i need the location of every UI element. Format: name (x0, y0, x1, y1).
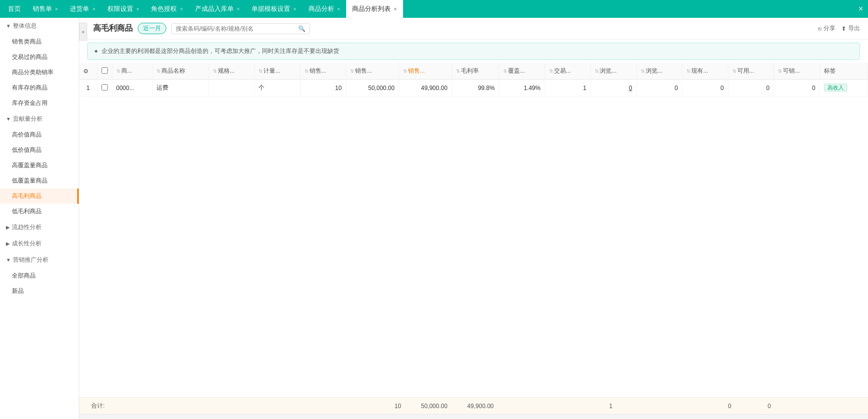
row-checkbox[interactable] (102, 84, 108, 91)
close-template-settings-tab[interactable]: × (293, 6, 296, 12)
col-trade[interactable]: ⇅交易... (545, 63, 591, 80)
col-browse1[interactable]: ⇅浏览... (591, 63, 637, 80)
sidebar: ▼ 整体信息 销售类商品 交易过的商品 商品分类助销率 有库存的商品 库存资金占… (0, 18, 79, 419)
filter-recent-month-button[interactable]: 近一月 (138, 23, 166, 34)
nav-sales[interactable]: 销售单 × (27, 0, 64, 18)
cell-code[interactable]: 0000... (112, 80, 152, 96)
close-permission-tab[interactable]: × (136, 6, 139, 12)
data-table: ⚙ ⇅商... ⇅商品名称 ⇅规格... (79, 63, 868, 96)
sidebar-group-overall[interactable]: ▼ 整体信息 (0, 18, 79, 34)
cell-available: 0 (728, 80, 774, 96)
col-name[interactable]: ⇅商品名称 (152, 63, 208, 80)
search-icon[interactable]: 🔍 (298, 25, 306, 32)
nav-product-instock[interactable]: 产成品入库单 × (189, 0, 246, 18)
share-icon: ⎋ (818, 25, 821, 32)
sidebar-item-high-margin[interactable]: 高毛利商品 (0, 188, 79, 204)
close-sales-tab[interactable]: × (55, 6, 58, 12)
select-all-checkbox[interactable] (102, 67, 108, 74)
export-icon: ⬆ (841, 25, 846, 32)
sidebar-item-low-value[interactable]: 低价值商品 (0, 142, 79, 158)
close-role-tab[interactable]: × (180, 6, 183, 12)
header-actions: ⎋ 分享 ⬆ 导出 (818, 24, 860, 33)
cell-tag: 高收入 (819, 80, 868, 96)
footer-available: 0 (741, 403, 781, 410)
cell-checkbox (97, 80, 112, 96)
sidebar-collapse-toggle[interactable]: « (79, 23, 87, 41)
table-container: ⚙ ⇅商... ⇅商品名称 ⇅规格... (79, 63, 868, 397)
cell-sellable: 0 (774, 80, 820, 96)
nav-product-analysis[interactable]: 商品分析 × (303, 0, 346, 18)
tag-high-income-badge: 高收入 (824, 84, 847, 92)
info-banner: ✦ 企业的主要的利润都是这部分商品创造的，可考虑加大推广，同时关注库存是不要出现… (87, 43, 860, 60)
info-icon: ✦ (94, 48, 99, 55)
settings-icon: ⚙ (83, 68, 89, 75)
sidebar-group-contribution[interactable]: ▼ 贡献量分析 (0, 111, 79, 127)
sidebar-item-low-margin[interactable]: 低毛利商品 (0, 204, 79, 219)
sidebar-item-high-coverage[interactable]: 高覆盖量商品 (0, 158, 79, 173)
cell-current-stock: 0 (682, 80, 728, 96)
arrow-icon-growth: ▶ (6, 241, 10, 246)
sidebar-item-low-coverage[interactable]: 低覆盖量商品 (0, 173, 79, 188)
footer-sales-qty: 10 (371, 403, 411, 410)
col-sales-amount[interactable]: ⇅销售... (346, 63, 399, 80)
sidebar-item-category-sales-rate[interactable]: 商品分类助销率 (0, 65, 79, 80)
col-browse2[interactable]: ⇅浏览... (636, 63, 682, 80)
cell-gross-margin: 99.8% (452, 80, 499, 96)
col-settings[interactable]: ⚙ (79, 63, 97, 80)
arrow-icon-marketing: ▼ (6, 257, 11, 263)
cell-spec (208, 80, 255, 96)
sidebar-item-stock-capital[interactable]: 库存资金占用 (0, 95, 79, 111)
col-checkbox (97, 63, 112, 80)
nav-product-analysis-list[interactable]: 商品分析列表 × (346, 0, 403, 18)
sidebar-group-marketing[interactable]: ▼ 营销推广分析 (0, 252, 79, 268)
share-button[interactable]: ⎋ 分享 (818, 24, 835, 33)
page-title: 高毛利商品 (93, 23, 133, 34)
col-sales-qty[interactable]: ⇅销售... (300, 63, 346, 80)
content-header: 高毛利商品 近一月 🔍 ⎋ 分享 ⬆ 导出 (79, 18, 868, 40)
col-gross-margin[interactable]: ⇅毛利率 (452, 63, 499, 80)
col-sales-profit[interactable]: ⇅销售... (399, 63, 452, 80)
footer-trade: 1 (583, 403, 622, 410)
col-coverage[interactable]: ⇅覆盖... (499, 63, 545, 80)
close-window-button[interactable]: × (859, 4, 863, 13)
search-box: 🔍 (171, 23, 310, 34)
col-spec[interactable]: ⇅规格... (208, 63, 255, 80)
nav-purchase[interactable]: 进货单 × (64, 0, 101, 18)
nav-role[interactable]: 角色授权 × (145, 0, 189, 18)
nav-template-settings[interactable]: 单据模板设置 × (246, 0, 302, 18)
cell-name[interactable]: 运费 (152, 80, 208, 96)
sidebar-group-trend[interactable]: ▶ 流趋性分析 (0, 219, 79, 235)
cell-index: 1 (79, 80, 97, 96)
col-tag[interactable]: 标签 (819, 63, 868, 80)
table-row: 1 0000... 运费 (79, 80, 868, 96)
search-input[interactable] (176, 25, 296, 32)
col-unit[interactable]: ⇅计量... (255, 63, 301, 80)
sidebar-item-high-value[interactable]: 高价值商品 (0, 127, 79, 142)
close-purchase-tab[interactable]: × (92, 6, 95, 12)
close-product-analysis-list-tab[interactable]: × (394, 6, 397, 12)
close-product-analysis-tab[interactable]: × (337, 6, 340, 12)
sidebar-item-traded-goods[interactable]: 交易过的商品 (0, 49, 79, 65)
footer-total-label: 合计: (87, 402, 108, 410)
sidebar-group-growth[interactable]: ▶ 成长性分析 (0, 235, 79, 252)
table-footer: 合计: 10 50,000.00 49,900.00 1 0 0 (79, 397, 868, 414)
cell-sales-amount: 50,000.00 (346, 80, 399, 96)
table-header-row: ⚙ ⇅商... ⇅商品名称 ⇅规格... (79, 63, 868, 80)
col-available[interactable]: ⇅可用... (728, 63, 774, 80)
footer-sales-profit: 49,900.00 (458, 403, 504, 410)
cell-trade: 1 (545, 80, 591, 96)
cell-sales-profit: 49,900.00 (399, 80, 452, 96)
main-layout: ▼ 整体信息 销售类商品 交易过的商品 商品分类助销率 有库存的商品 库存资金占… (0, 18, 868, 419)
sidebar-item-sales-goods[interactable]: 销售类商品 (0, 34, 79, 49)
export-button[interactable]: ⬆ 导出 (841, 24, 860, 33)
nav-home[interactable]: 首页 (2, 0, 27, 18)
col-sellable[interactable]: ⇅可销... (774, 63, 820, 80)
col-code[interactable]: ⇅商... (112, 63, 152, 80)
sidebar-item-in-stock-goods[interactable]: 有库存的商品 (0, 80, 79, 95)
bottom-scrollbar[interactable] (79, 414, 868, 419)
close-product-instock-tab[interactable]: × (237, 6, 240, 12)
sidebar-item-new-goods[interactable]: 新品 (0, 283, 79, 299)
nav-permission[interactable]: 权限设置 × (102, 0, 145, 18)
col-current-stock[interactable]: ⇅现有... (682, 63, 728, 80)
sidebar-item-all-goods[interactable]: 全部商品 (0, 268, 79, 283)
